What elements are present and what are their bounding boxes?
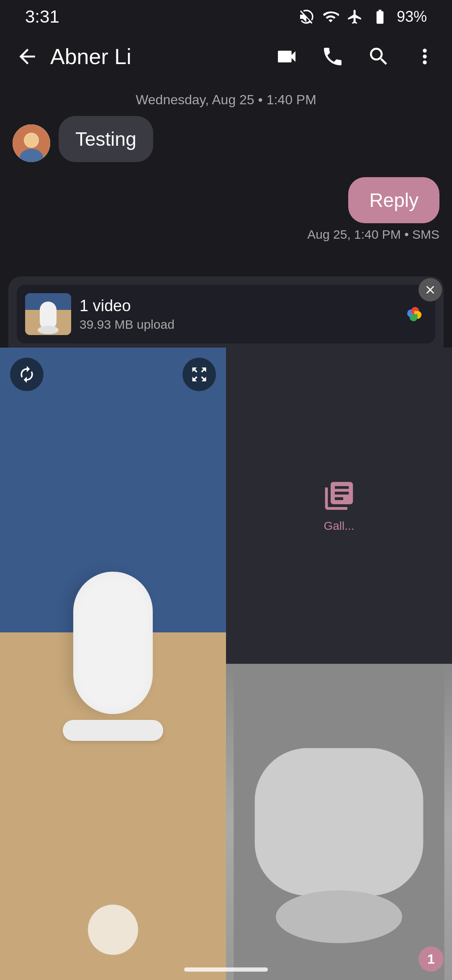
fullscreen-button[interactable] xyxy=(182,358,216,391)
gallery-option[interactable]: Gall... xyxy=(226,348,452,664)
svg-point-3 xyxy=(25,134,38,147)
status-time: 3:31 xyxy=(25,7,59,27)
svg-rect-9 xyxy=(255,748,424,895)
camera-section: Gall... 1 xyxy=(0,348,452,980)
svg-point-10 xyxy=(276,890,402,943)
flip-camera-button[interactable] xyxy=(10,358,44,391)
gallery-label: Gall... xyxy=(324,519,354,533)
camera-preview-bg xyxy=(0,348,226,980)
sent-message-row: Reply Aug 25, 1:40 PM • SMS xyxy=(13,177,439,242)
battery-percent: 93% xyxy=(397,8,427,26)
badge-count: 1 xyxy=(419,946,444,972)
status-icons: 93% xyxy=(298,8,427,26)
camera-side-thumbnail[interactable]: 1 xyxy=(226,664,452,980)
sent-bubble: Reply xyxy=(348,177,439,223)
camera-grid: Gall... 1 xyxy=(0,348,452,980)
received-text: Testing xyxy=(75,128,136,150)
svg-rect-6 xyxy=(40,302,56,330)
contact-avatar xyxy=(13,124,50,162)
wifi-icon xyxy=(322,8,339,25)
received-bubble: Testing xyxy=(59,116,153,162)
sent-timestamp: Aug 25, 1:40 PM • SMS xyxy=(307,227,439,242)
video-call-button[interactable] xyxy=(272,42,301,71)
header-actions xyxy=(272,42,439,71)
contact-name: Abner Li xyxy=(50,44,264,69)
chat-header: Abner Li xyxy=(0,34,452,80)
camera-side-panel: Gall... 1 xyxy=(226,348,452,980)
back-button[interactable] xyxy=(13,42,42,71)
shutter-button[interactable] xyxy=(88,905,138,955)
mute-icon xyxy=(298,8,315,25)
google-photos-icon xyxy=(402,302,427,327)
battery-icon xyxy=(371,8,389,25)
attachment-thumbnail xyxy=(25,293,71,335)
remove-attachment-button[interactable] xyxy=(419,278,442,302)
sent-text: Reply xyxy=(369,189,419,211)
more-options-button[interactable] xyxy=(410,42,439,71)
received-message-row: Testing xyxy=(13,116,439,162)
camera-thumbnail-bg xyxy=(226,664,452,980)
svg-point-7 xyxy=(38,326,59,334)
attachment-info: 1 video 39.93 MB upload xyxy=(80,297,393,332)
status-bar: 3:31 93% xyxy=(0,0,452,34)
search-button[interactable] xyxy=(364,42,393,71)
camera-main-preview[interactable] xyxy=(0,348,226,980)
phone-call-button[interactable] xyxy=(318,42,347,71)
date-separator: Wednesday, Aug 25 • 1:40 PM xyxy=(0,80,452,116)
attachment-preview: 1 video 39.93 MB upload xyxy=(17,285,435,343)
attachment-title: 1 video xyxy=(80,297,393,315)
home-indicator xyxy=(184,967,268,972)
messages-area: Testing Reply Aug 25, 1:40 PM • SMS xyxy=(0,116,452,242)
attachment-size: 39.93 MB upload xyxy=(80,317,393,332)
airplane-icon xyxy=(347,8,363,25)
